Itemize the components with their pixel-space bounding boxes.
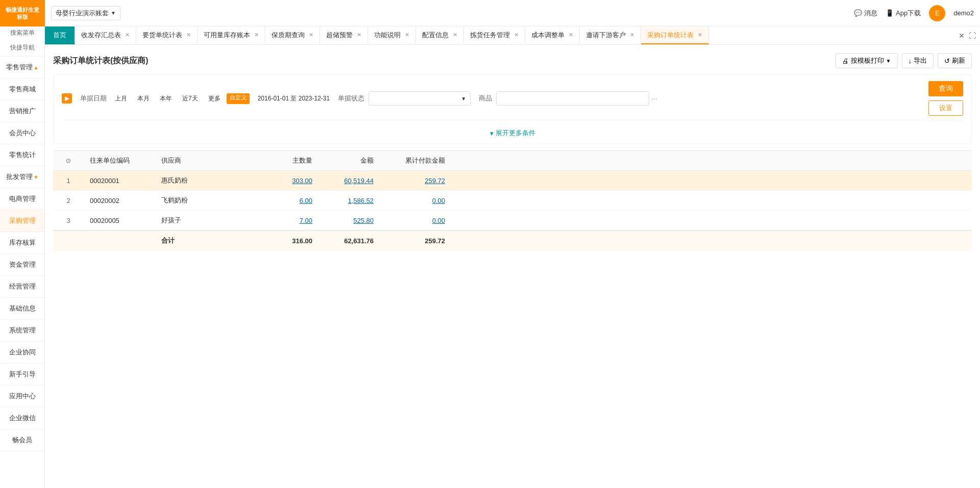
row3-paid[interactable]: 0.00 <box>380 211 451 231</box>
tab-overstock-alert[interactable]: 超储预警 ✕ <box>320 27 368 44</box>
sidebar-item-basic[interactable]: 基础信息 <box>0 298 44 320</box>
tab-available-stock[interactable]: 可用量库存账本 ✕ <box>198 27 265 44</box>
message-icon: 💬 <box>854 9 862 17</box>
message-button[interactable]: 💬 消息 <box>854 9 877 18</box>
row3-supplier: 好孩子 <box>155 211 257 231</box>
data-table: ⚙ 往来单位编码 供应商 主数量 金额 累计付款金额 1 <box>53 150 972 251</box>
row3-seq: 3 <box>53 211 84 231</box>
app-label: App下载 <box>896 9 921 18</box>
sidebar-item-enterprise-coop[interactable]: 企业协同 <box>0 342 44 364</box>
shortcut-this-year[interactable]: 本年 <box>156 93 176 104</box>
main-area: 母婴行业演示账套 ▼ 💬 消息 📱 App下载 E demo2 首页 收发存汇总… <box>45 0 980 488</box>
sidebar-search[interactable]: 搜索菜单 <box>10 27 35 39</box>
sidebar-item-app-center[interactable]: 应用中心 <box>0 386 44 407</box>
tab-receive-summary[interactable]: 收发存汇总表 ✕ <box>75 27 136 44</box>
shortcut-7days[interactable]: 近7天 <box>178 93 202 104</box>
tab-end-controls: ✕ ⛶ <box>954 27 980 44</box>
tab-goods-stats[interactable]: 要货单统计表 ✕ <box>136 27 198 44</box>
sidebar-item-finance[interactable]: 资金管理 <box>0 254 44 276</box>
page-title: 采购订单统计表(按供应商) <box>53 56 149 66</box>
sidebar-item-enterprise-wechat[interactable]: 企业微信 <box>0 407 44 429</box>
tab-cost-adjust-close-icon[interactable]: ✕ <box>569 32 573 38</box>
expand-more-button[interactable]: ▾ 展开更多条件 <box>62 129 963 138</box>
sidebar-item-system[interactable]: 系统管理 <box>0 320 44 342</box>
col-header-supplier: 供应商 <box>155 151 257 171</box>
tab-goods-stats-close-icon[interactable]: ✕ <box>186 32 191 38</box>
collapse-filter-button[interactable]: ▶ <box>62 93 72 104</box>
shortcut-more[interactable]: 更多 <box>204 93 225 104</box>
sidebar: 畅捷通好生意 标版 搜索菜单 快捷导航 零售管理 ▲ 零售商城 营销推广 会员中… <box>0 0 45 488</box>
row3-qty[interactable]: 7.00 <box>257 211 318 231</box>
sidebar-item-vip[interactable]: 畅会员 <box>0 429 44 451</box>
content-area: 采购订单统计表(按供应商) 🖨 按模板打印 ▼ ↓ 导出 ↺ 刷新 <box>45 45 980 488</box>
tab-home[interactable]: 首页 <box>45 27 75 44</box>
status-select[interactable]: ▼ <box>369 91 471 106</box>
tab-func-desc-close-icon[interactable]: ✕ <box>405 32 409 38</box>
tab-shelf-life-close-icon[interactable]: ✕ <box>309 32 313 38</box>
tab-config-info-close-icon[interactable]: ✕ <box>453 32 457 38</box>
tab-receive-summary-label: 收发存汇总表 <box>81 31 121 40</box>
sidebar-item-ecommerce[interactable]: 电商管理 <box>0 188 44 210</box>
sidebar-item-retail-stats[interactable]: 零售统计 <box>0 144 44 166</box>
logo-text: 畅捷通好生意 标版 <box>6 6 39 21</box>
tab-cost-adjust[interactable]: 成本调整单 ✕ <box>525 27 580 44</box>
date-to[interactable]: 2023-12-31 <box>299 95 330 102</box>
app-icon: 📱 <box>886 9 894 17</box>
tab-invite-downstream-close-icon[interactable]: ✕ <box>630 32 634 38</box>
tab-overstock-alert-close-icon[interactable]: ✕ <box>357 32 361 38</box>
row1-qty[interactable]: 303.00 <box>257 171 318 191</box>
sidebar-item-wholesale[interactable]: 批发管理 ▼ <box>0 166 44 188</box>
sidebar-item-member[interactable]: 会员中心 <box>0 122 44 144</box>
footer-empty2 <box>84 230 155 251</box>
tab-expand-icon[interactable]: ⛶ <box>969 32 976 40</box>
refresh-icon: ↺ <box>944 57 950 65</box>
account-chevron-icon: ▼ <box>111 10 116 16</box>
status-chevron-icon: ▼ <box>461 96 466 101</box>
tabbar: 首页 收发存汇总表 ✕ 要货单统计表 ✕ 可用量库存账本 ✕ 保质期查询 ✕ 超… <box>45 27 980 45</box>
query-button[interactable]: 查询 <box>928 81 963 96</box>
tab-purchase-stats-close-icon[interactable]: ✕ <box>698 32 702 38</box>
sidebar-item-new-guide[interactable]: 新手引导 <box>0 364 44 386</box>
row2-qty[interactable]: 6.00 <box>257 191 318 211</box>
row3-amount[interactable]: 525.80 <box>318 211 380 231</box>
row2-amount[interactable]: 1,586.52 <box>318 191 380 211</box>
refresh-button[interactable]: ↺ 刷新 <box>938 53 972 68</box>
shortcut-this-month[interactable]: 本月 <box>133 93 154 104</box>
avatar[interactable]: E <box>929 5 945 21</box>
sidebar-item-ops[interactable]: 经营管理 <box>0 276 44 298</box>
sidebar-item-purchase[interactable]: 采购管理 <box>0 210 44 232</box>
row2-paid[interactable]: 0.00 <box>380 191 451 211</box>
sidebar-item-retail-store[interactable]: 零售商城 <box>0 79 44 100</box>
sidebar-item-stock[interactable]: 库存核算 <box>0 232 44 254</box>
expand-icon: ▾ <box>490 130 494 137</box>
app-download-button[interactable]: 📱 App下载 <box>886 9 921 18</box>
date-from[interactable]: 2016-01-01 <box>258 95 289 102</box>
col-header-amount: 金额 <box>318 151 380 171</box>
goods-more-icon[interactable]: ··· <box>651 94 657 102</box>
tab-pick-task-close-icon[interactable]: ✕ <box>514 32 519 38</box>
tab-pick-task[interactable]: 拣货任务管理 ✕ <box>464 27 525 44</box>
tab-purchase-stats[interactable]: 采购订单统计表 ✕ <box>641 27 709 44</box>
print-button[interactable]: 🖨 按模板打印 ▼ <box>836 53 898 68</box>
goods-input[interactable] <box>496 91 649 106</box>
tab-invite-downstream[interactable]: 邀请下游客户 ✕ <box>580 27 641 44</box>
sidebar-quick-nav[interactable]: 快捷导航 <box>0 39 44 57</box>
account-selector[interactable]: 母婴行业演示账套 ▼ <box>51 6 120 20</box>
tab-close-all-icon[interactable]: ✕ <box>959 32 965 40</box>
row1-amount[interactable]: 60,519.44 <box>318 171 380 191</box>
tab-func-desc[interactable]: 功能说明 ✕ <box>368 27 416 44</box>
tab-invite-downstream-label: 邀请下游客户 <box>586 31 626 40</box>
table-settings-icon[interactable]: ⚙ <box>65 157 71 165</box>
table-container: ⚙ 往来单位编码 供应商 主数量 金额 累计付款金额 1 <box>53 150 972 251</box>
sidebar-item-marketing[interactable]: 营销推广 <box>0 100 44 122</box>
username-label[interactable]: demo2 <box>953 9 974 17</box>
shortcut-last-month[interactable]: 上月 <box>111 93 131 104</box>
tab-receive-summary-close-icon[interactable]: ✕ <box>125 32 130 38</box>
export-button[interactable]: ↓ 导出 <box>902 53 934 68</box>
tab-config-info[interactable]: 配置信息 ✕ <box>416 27 464 44</box>
tab-shelf-life[interactable]: 保质期查询 ✕ <box>265 27 320 44</box>
tab-available-stock-close-icon[interactable]: ✕ <box>254 32 259 38</box>
row1-paid[interactable]: 259.72 <box>380 171 451 191</box>
setting-button[interactable]: 设置 <box>928 100 963 116</box>
sidebar-item-retail[interactable]: 零售管理 ▲ <box>0 57 44 79</box>
